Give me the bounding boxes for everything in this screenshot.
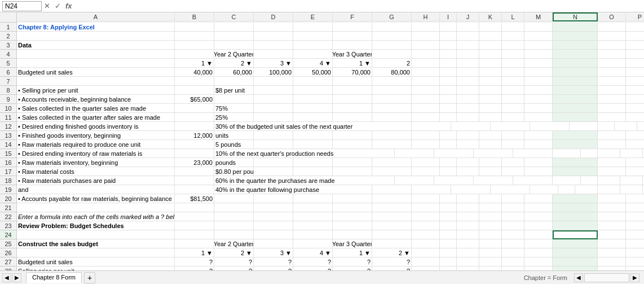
cell-m28[interactable] <box>524 266 553 270</box>
cell-i4[interactable] <box>440 50 457 59</box>
cell-f11[interactable] <box>333 113 372 122</box>
cell-g20[interactable] <box>372 194 412 203</box>
cell-d4[interactable] <box>254 50 293 59</box>
cell-n7[interactable] <box>553 77 598 86</box>
cell-j26[interactable] <box>457 248 479 257</box>
cell-f19[interactable] <box>451 185 491 194</box>
cell-b22[interactable] <box>175 212 214 221</box>
cell-o25[interactable] <box>598 239 626 248</box>
cell-m17[interactable] <box>524 167 553 176</box>
cell-k15[interactable] <box>620 149 643 158</box>
cell-d20[interactable] <box>254 194 293 203</box>
cell-o9[interactable] <box>598 95 626 104</box>
cell-n10[interactable] <box>553 104 598 113</box>
cell-d16[interactable] <box>254 158 293 167</box>
cell-a1[interactable]: Chapter 8: Applying Excel <box>17 23 175 32</box>
cell-d14[interactable] <box>254 140 293 149</box>
cell-o5[interactable] <box>598 59 626 68</box>
cell-e28[interactable]: ? <box>293 266 333 270</box>
cell-p8[interactable] <box>626 86 644 95</box>
cell-d26[interactable]: 3 ▼ <box>254 248 293 257</box>
cell-i25[interactable] <box>440 239 457 248</box>
tab-scroll-left-icon[interactable]: ◀ <box>2 273 11 282</box>
cell-n16[interactable] <box>553 158 598 167</box>
col-header-b[interactable]: B <box>175 12 214 21</box>
cell-g16[interactable] <box>372 158 412 167</box>
cell-f18[interactable] <box>474 176 513 185</box>
col-header-i[interactable]: I <box>440 12 457 21</box>
cell-i12[interactable] <box>598 122 615 131</box>
cell-a26[interactable] <box>17 248 175 257</box>
cell-c4[interactable]: Year 2 Quarter <box>214 50 254 59</box>
cell-b8[interactable] <box>175 86 214 95</box>
cell-k21[interactable] <box>479 203 502 212</box>
cell-d21[interactable] <box>254 203 293 212</box>
cell-f8[interactable] <box>333 86 372 95</box>
cell-g23[interactable] <box>372 221 412 230</box>
cell-p21[interactable] <box>626 203 644 212</box>
cell-a12[interactable]: • Desired ending finished goods inventor… <box>17 122 175 131</box>
cell-k2[interactable] <box>479 32 502 41</box>
cell-h5[interactable] <box>412 59 440 68</box>
cell-n2[interactable] <box>553 32 598 41</box>
cell-g1[interactable] <box>372 23 412 32</box>
cell-h4[interactable] <box>412 50 440 59</box>
cell-a15[interactable]: • Desired ending inventory of raw materi… <box>17 149 175 158</box>
cell-a9[interactable]: • Accounts receivable, beginning balance <box>17 95 175 104</box>
sheet-scroll-right-icon[interactable]: ▶ <box>630 273 639 282</box>
cell-f6[interactable]: 70,000 <box>333 68 372 77</box>
cell-l13[interactable] <box>502 131 524 140</box>
cell-f25[interactable]: Year 3 Quarter <box>333 239 372 248</box>
cell-l25[interactable] <box>502 239 524 248</box>
cell-m16[interactable] <box>524 158 553 167</box>
cell-n14[interactable] <box>553 140 598 149</box>
cell-p2[interactable] <box>626 32 644 41</box>
cell-a23[interactable]: Review Problem: Budget Schedules <box>17 221 175 230</box>
cell-d7[interactable] <box>254 77 293 86</box>
cell-e9[interactable] <box>293 95 333 104</box>
col-header-p[interactable]: P <box>626 12 644 21</box>
cell-j11[interactable] <box>457 113 479 122</box>
cell-i22[interactable] <box>440 212 457 221</box>
cell-m21[interactable] <box>524 203 553 212</box>
cell-p27[interactable] <box>626 257 644 266</box>
cell-reference-box[interactable]: N24 <box>2 1 42 11</box>
cell-n6[interactable] <box>553 68 598 77</box>
cell-f14[interactable] <box>333 140 372 149</box>
cell-f7[interactable] <box>333 77 372 86</box>
cell-h24[interactable] <box>412 230 440 239</box>
cell-h14[interactable] <box>412 140 440 149</box>
cell-m1[interactable] <box>524 23 553 32</box>
cell-e15[interactable] <box>434 149 474 158</box>
cell-b3[interactable] <box>175 41 214 50</box>
cell-k3[interactable] <box>479 41 502 50</box>
cell-n1[interactable] <box>553 23 598 32</box>
cell-h9[interactable] <box>412 95 440 104</box>
cell-j14[interactable] <box>457 140 479 149</box>
cell-e4[interactable] <box>293 50 333 59</box>
cell-i23[interactable] <box>440 221 457 230</box>
cell-b12[interactable] <box>175 122 214 131</box>
col-header-c[interactable]: C <box>214 12 254 21</box>
cell-e25[interactable] <box>293 239 333 248</box>
cell-a21[interactable] <box>17 203 175 212</box>
cell-f27[interactable]: ? <box>333 257 372 266</box>
cell-h18[interactable] <box>553 176 581 185</box>
cell-i1[interactable] <box>440 23 457 32</box>
cell-e21[interactable] <box>293 203 333 212</box>
cell-l22[interactable] <box>502 212 524 221</box>
cell-k4[interactable] <box>479 50 502 59</box>
col-header-j[interactable]: J <box>457 12 479 21</box>
cell-m7[interactable] <box>524 77 553 86</box>
cell-o4[interactable] <box>598 50 626 59</box>
cell-j8[interactable] <box>457 86 479 95</box>
cell-d1[interactable] <box>254 23 293 32</box>
cell-e7[interactable] <box>293 77 333 86</box>
cell-k10[interactable] <box>479 104 502 113</box>
cell-a22[interactable]: Enter a formula into each of the cells m… <box>17 212 175 221</box>
cell-g10[interactable] <box>372 104 412 113</box>
cell-f3[interactable] <box>333 41 372 50</box>
cell-g21[interactable] <box>372 203 412 212</box>
cell-a28[interactable]: Selling price per unit <box>17 266 175 270</box>
cell-p4[interactable] <box>626 50 644 59</box>
